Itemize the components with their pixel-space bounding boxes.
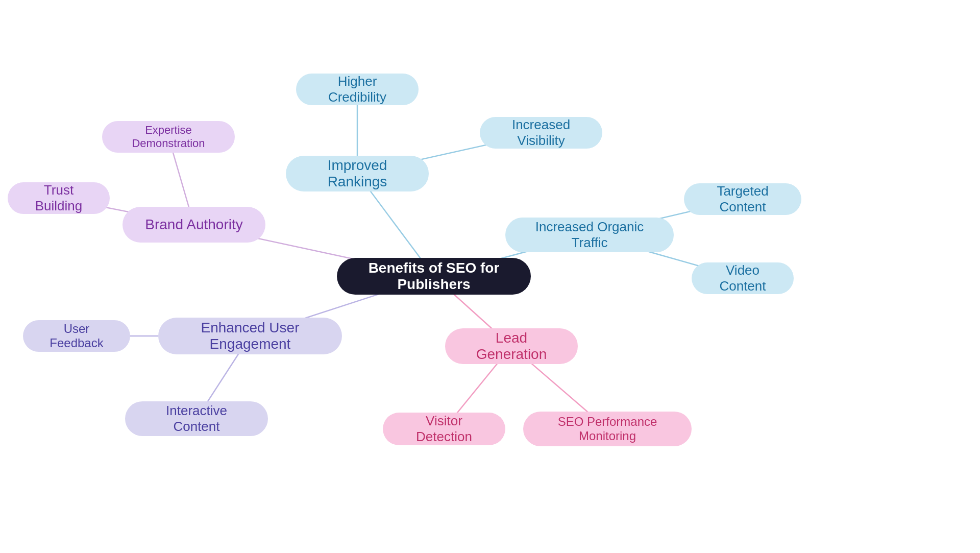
enhanced-user-engagement-node[interactable]: Enhanced User Engagement	[158, 318, 342, 354]
improved-rankings-node[interactable]: Improved Rankings	[286, 156, 429, 191]
center-node[interactable]: Benefits of SEO for Publishers	[337, 258, 531, 295]
lead-generation-node[interactable]: Lead Generation	[445, 328, 578, 364]
interactive-content-node[interactable]: Interactive Content	[125, 401, 268, 436]
increased-visibility-node[interactable]: Increased Visibility	[480, 117, 602, 149]
increased-organic-traffic-node[interactable]: Increased Organic Traffic	[505, 218, 674, 252]
brand-authority-node[interactable]: Brand Authority	[122, 207, 265, 243]
expertise-demonstration-node[interactable]: Expertise Demonstration	[102, 121, 235, 153]
trust-building-node[interactable]: Trust Building	[8, 182, 110, 214]
video-content-node[interactable]: Video Content	[692, 262, 794, 294]
visitor-detection-node[interactable]: Visitor Detection	[383, 413, 505, 445]
higher-credibility-node[interactable]: Higher Credibility	[296, 74, 419, 105]
user-feedback-node[interactable]: User Feedback	[23, 320, 130, 352]
seo-performance-monitoring-node[interactable]: SEO Performance Monitoring	[523, 412, 692, 446]
targeted-content-node[interactable]: Targeted Content	[684, 183, 801, 215]
